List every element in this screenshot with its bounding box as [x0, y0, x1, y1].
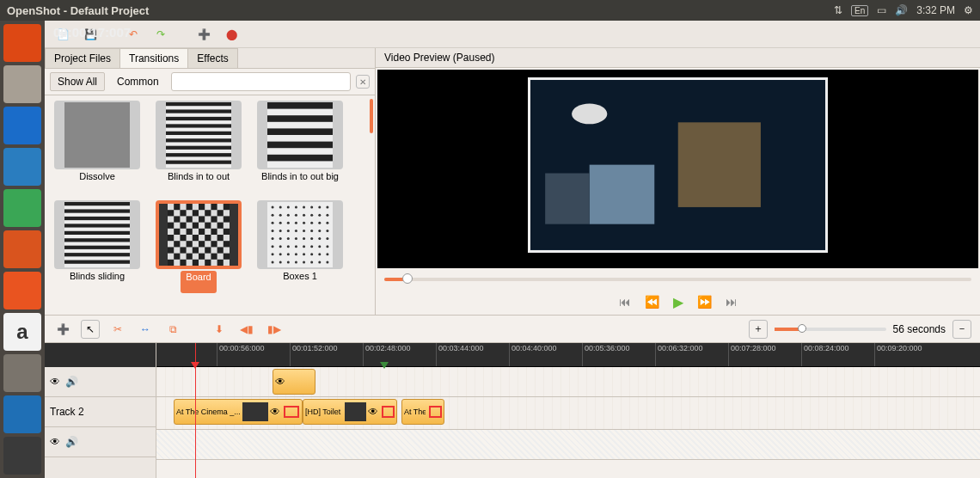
clock[interactable]: 3:32 PM	[916, 4, 955, 16]
media-icon[interactable]	[3, 395, 41, 433]
visibility-icon[interactable]: 👁	[368, 406, 378, 418]
zoom-out-button[interactable]: －	[952, 320, 971, 339]
ruler-tick: 00:00:56:000	[217, 343, 265, 366]
svg-rect-55	[193, 235, 199, 241]
scrollbar[interactable]	[370, 99, 373, 133]
clip[interactable]: At The Cinema _...👁	[174, 399, 303, 425]
zoom-slider[interactable]	[775, 328, 886, 331]
marker-next-button[interactable]: ▮▶	[265, 320, 284, 339]
razor-tool-button[interactable]: ✂	[108, 320, 127, 339]
goto-end-button[interactable]: ⏭	[726, 295, 738, 309]
visibility-icon[interactable]: 👁	[270, 406, 280, 418]
firefox-icon[interactable]	[3, 107, 41, 144]
redo-button[interactable]: ↷	[151, 25, 170, 44]
volume-icon[interactable]: 🔊	[895, 4, 908, 16]
transition-blinds-sliding[interactable]: Blinds sliding	[50, 200, 144, 293]
pointer-tool-button[interactable]: ↖	[81, 320, 100, 339]
gear-icon[interactable]: ⚙	[964, 4, 973, 16]
clip[interactable]: 👁	[273, 369, 315, 395]
svg-rect-21	[64, 224, 130, 227]
svg-point-95	[272, 222, 274, 224]
preview-scrubber[interactable]	[376, 270, 980, 289]
svg-rect-61	[211, 241, 217, 247]
track-header-2b[interactable]: 👁 🔊	[45, 427, 156, 457]
tab-transitions[interactable]: Transitions	[119, 48, 188, 68]
dash-icon[interactable]	[3, 24, 41, 62]
tab-project-files[interactable]: Project Files	[45, 48, 120, 68]
svg-point-130	[295, 253, 297, 255]
goto-start-button[interactable]: ⏮	[619, 295, 631, 309]
clear-search-icon[interactable]: ✕	[356, 75, 370, 89]
svg-point-125	[318, 245, 321, 248]
show-all-button[interactable]: Show All	[50, 72, 105, 91]
forward-button[interactable]: ⏩	[697, 295, 712, 309]
svg-rect-67	[217, 247, 224, 253]
track-area[interactable]: 00:00:56:00000:01:52:00000:02:48:00000:0…	[156, 343, 980, 478]
add-track-button[interactable]: ➕	[53, 320, 72, 339]
svg-rect-78	[267, 202, 333, 267]
software-icon[interactable]	[3, 272, 41, 309]
svg-rect-0	[64, 102, 130, 168]
tab-effects[interactable]: Effects	[187, 48, 237, 68]
transition-board[interactable]: Board	[151, 200, 246, 293]
network-icon[interactable]: ⇅	[834, 4, 842, 16]
ruler-tick: 00:09:20:000	[874, 343, 922, 366]
filter-row: Show All Common ✕	[45, 69, 375, 95]
zoom-in-button[interactable]: ＋	[749, 320, 768, 339]
svg-point-134	[326, 253, 328, 255]
transition-indicator[interactable]	[382, 406, 395, 418]
audio-icon[interactable]: 🔊	[65, 376, 78, 388]
track-strip-2b[interactable]	[156, 430, 980, 460]
transition-dissolve[interactable]: Dissolve	[50, 101, 144, 193]
audio-icon[interactable]: 🔊	[65, 436, 78, 448]
preview-label: Video Preview (Paused)	[384, 52, 495, 64]
snap-tool-button[interactable]: ⧉	[163, 320, 182, 339]
calc-icon[interactable]	[3, 189, 41, 227]
common-button[interactable]: Common	[110, 73, 166, 90]
svg-rect-16	[267, 155, 333, 162]
svg-point-144	[572, 104, 607, 125]
svg-point-124	[310, 245, 313, 248]
resize-tool-button[interactable]: ↔	[136, 320, 155, 339]
svg-rect-4	[166, 117, 231, 120]
playhead[interactable]	[195, 343, 196, 478]
transition-search-input[interactable]	[171, 72, 351, 91]
track-header-2[interactable]: Track 2	[45, 397, 156, 427]
files-icon[interactable]	[3, 65, 41, 103]
transition-label: Blinds in to out	[168, 171, 230, 193]
keyboard-indicator[interactable]: En	[851, 5, 868, 16]
impress-icon[interactable]	[3, 230, 41, 268]
marker[interactable]	[380, 362, 389, 369]
transitions-grid[interactable]: DissolveBlinds in to outBlinds in to out…	[45, 95, 375, 315]
svg-point-133	[318, 253, 321, 255]
writer-icon[interactable]	[3, 148, 41, 186]
visibility-icon[interactable]: 👁	[50, 376, 60, 388]
battery-icon[interactable]: ▭	[877, 4, 886, 16]
clip[interactable]: At The...	[401, 399, 444, 425]
play-button[interactable]: ▶	[673, 294, 683, 310]
transition-blinds-in-to-out[interactable]: Blinds in to out	[151, 101, 246, 193]
transition-indicator[interactable]	[284, 406, 299, 418]
svg-point-138	[295, 260, 297, 263]
transition-indicator[interactable]	[429, 406, 442, 418]
svg-rect-58	[174, 241, 180, 247]
track-header-1[interactable]: 👁 🔊	[45, 367, 156, 397]
marker-prev-button[interactable]: ◀▮	[237, 320, 256, 339]
record-button[interactable]: ⬤	[222, 25, 241, 44]
terminal-icon[interactable]	[3, 437, 41, 475]
marker-add-button[interactable]: ⬇	[210, 320, 229, 339]
import-button[interactable]: ➕	[194, 25, 213, 44]
video-preview[interactable]	[377, 70, 978, 268]
settings-icon[interactable]	[3, 354, 41, 392]
visibility-icon[interactable]: 👁	[50, 436, 60, 448]
track-strip-1[interactable]: 👁	[156, 367, 980, 397]
rewind-button[interactable]: ⏪	[645, 295, 659, 309]
svg-rect-146	[589, 165, 654, 224]
visibility-icon[interactable]: 👁	[275, 376, 285, 388]
transition-blinds-in-to-out-big[interactable]: Blinds in to out big	[253, 101, 347, 193]
track-strip-2[interactable]: At The Cinema _...👁[HD] Toilet (...👁At T…	[156, 397, 980, 430]
timeline-ruler[interactable]: 00:00:56:00000:01:52:00000:02:48:00000:0…	[156, 343, 980, 367]
amazon-icon[interactable]: a	[3, 313, 41, 351]
transition-boxes-1[interactable]: Boxes 1	[253, 200, 347, 293]
clip[interactable]: [HD] Toilet (...👁	[303, 399, 397, 425]
